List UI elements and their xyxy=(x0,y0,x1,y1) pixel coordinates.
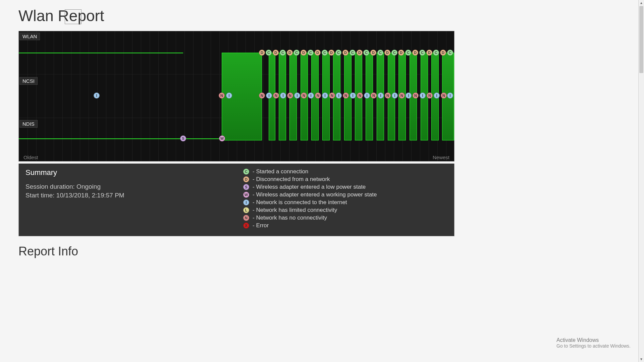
ncsi-event-i[interactable]: I xyxy=(420,93,426,99)
wlan-event-c[interactable]: C xyxy=(308,50,314,56)
ncsi-event-n[interactable]: N xyxy=(385,93,391,99)
ncsi-event-i[interactable]: I xyxy=(406,93,412,99)
summary-start: Start time: 10/13/2018, 2:19:57 PM xyxy=(25,192,230,199)
summary-duration: Session duration: Ongoing xyxy=(25,183,230,190)
ncsi-event-n[interactable]: N xyxy=(219,93,225,99)
ncsi-event-n[interactable]: N xyxy=(273,93,279,99)
legend-item-c: C- Started a connection xyxy=(243,168,447,175)
wlan-event-d[interactable]: D xyxy=(342,50,348,56)
legend-item-d: D- Disconnected from a network xyxy=(243,176,447,183)
legend-dot-s-icon: S xyxy=(243,184,249,190)
vertical-scrollbar[interactable]: ▲ ▼ xyxy=(638,0,644,258)
wlan-event-c[interactable]: C xyxy=(447,50,453,56)
legend-item-n: N- Network has no connectivity xyxy=(243,215,447,221)
timeline-oldest: Oldest xyxy=(23,155,38,160)
legend-item-s: S- Wireless adapter entered a low power … xyxy=(243,184,447,190)
ncsi-event-n[interactable]: N xyxy=(301,93,307,99)
lane-label-wlan: WLAN xyxy=(19,33,40,40)
ncsi-event-n[interactable]: N xyxy=(357,93,363,99)
ncsi-event-i[interactable]: I xyxy=(336,93,342,99)
wlan-event-d[interactable]: D xyxy=(426,50,432,56)
legend-dot-x-icon: X xyxy=(243,223,249,229)
wlan-event-d[interactable]: D xyxy=(301,50,307,56)
wlan-timeline-chart[interactable]: DCDCDCDCDCDCDCDCDCDCDCDCDCDCININININININ… xyxy=(18,31,454,162)
ncsi-event-n[interactable]: N xyxy=(329,93,335,99)
ncsi-event-n[interactable]: N xyxy=(399,93,405,99)
ncsi-event-n[interactable]: N xyxy=(343,93,349,99)
ncsi-event-n[interactable]: N xyxy=(413,93,419,99)
wlan-event-c[interactable]: C xyxy=(391,50,397,56)
ncsi-event-i[interactable]: I xyxy=(350,93,356,99)
ncsi-event-i[interactable]: I xyxy=(294,93,300,99)
ncsi-event-i[interactable]: I xyxy=(94,93,100,99)
wlan-event-c[interactable]: C xyxy=(335,50,341,56)
wlan-event-d[interactable]: D xyxy=(412,50,418,56)
wlan-event-c[interactable]: C xyxy=(419,50,425,56)
wlan-event-d[interactable]: D xyxy=(370,50,376,56)
ncsi-event-i[interactable]: I xyxy=(280,93,286,99)
timeline-newest: Newest xyxy=(433,155,449,160)
lane-label-ndis: NDIS xyxy=(19,120,38,128)
scroll-up-arrow[interactable]: ▲ xyxy=(639,0,644,6)
duration-label: Session duration: xyxy=(25,183,75,190)
legend-text: - Started a connection xyxy=(253,168,308,175)
lane-label-ncsi: NCSI xyxy=(19,77,38,85)
wlan-event-d[interactable]: D xyxy=(398,50,404,56)
start-label: Start time: xyxy=(25,192,55,199)
ncsi-event-i[interactable]: I xyxy=(392,93,398,99)
ncsi-event-i[interactable]: I xyxy=(447,93,453,99)
ncsi-event-i[interactable]: I xyxy=(322,93,328,99)
wlan-event-c[interactable]: C xyxy=(266,50,272,56)
ncsi-event-i[interactable]: I xyxy=(434,93,440,99)
legend-item-l: L- Network has limited connectivity xyxy=(243,207,447,214)
wlan-event-c[interactable]: C xyxy=(433,50,439,56)
legend-text: - Network has no connectivity xyxy=(253,215,327,221)
wlan-event-d[interactable]: D xyxy=(287,50,293,56)
page-title: Wlan Report xyxy=(18,7,626,25)
legend-dot-c-icon: C xyxy=(243,169,249,175)
legend-text: - Error xyxy=(253,222,269,229)
ncsi-event-i[interactable]: I xyxy=(308,93,314,99)
ncsi-event-n[interactable]: N xyxy=(315,93,321,99)
legend-text: - Network is connected to the internet xyxy=(253,199,347,206)
title-overlay-box xyxy=(65,9,82,24)
legend-text: - Wireless adapter entered a low power s… xyxy=(253,184,366,190)
wlan-event-c[interactable]: C xyxy=(322,50,328,56)
summary-panel: Summary Session duration: Ongoing Start … xyxy=(18,164,454,236)
legend: C- Started a connectionD- Disconnected f… xyxy=(243,168,447,230)
legend-text: - Disconnected from a network xyxy=(253,176,330,183)
scroll-thumb[interactable] xyxy=(639,6,643,73)
ncsi-event-i[interactable]: I xyxy=(266,93,272,99)
wlan-event-d[interactable]: D xyxy=(315,50,321,56)
summary-heading: Summary xyxy=(25,168,230,177)
legend-text: - Wireless adapter entered a working pow… xyxy=(253,191,377,198)
wlan-event-d[interactable]: D xyxy=(440,50,446,56)
ncsi-event-n[interactable]: N xyxy=(371,93,377,99)
wlan-event-d[interactable]: D xyxy=(273,50,279,56)
ncsi-event-i[interactable]: I xyxy=(378,93,384,99)
ncsi-event-i[interactable]: I xyxy=(226,93,232,99)
ncsi-event-n[interactable]: N xyxy=(441,93,447,99)
wlan-event-d[interactable]: D xyxy=(384,50,390,56)
wlan-event-d[interactable]: D xyxy=(328,50,334,56)
ncsi-event-n[interactable]: N xyxy=(287,93,293,99)
legend-item-x: X- Error xyxy=(243,222,447,229)
wlan-event-c[interactable]: C xyxy=(350,50,356,56)
ncsi-event-n[interactable]: N xyxy=(259,93,265,99)
wlan-event-c[interactable]: C xyxy=(377,50,383,56)
report-info-heading: Report Info xyxy=(18,244,626,258)
ncsi-event-i[interactable]: I xyxy=(364,93,370,99)
legend-dot-n-icon: N xyxy=(243,215,249,221)
wlan-event-c[interactable]: C xyxy=(293,50,300,56)
legend-dot-d-icon: D xyxy=(243,176,249,182)
wlan-event-d[interactable]: D xyxy=(259,50,265,56)
wlan-event-d[interactable]: D xyxy=(357,50,363,56)
ndis-event-w[interactable]: W xyxy=(219,135,225,141)
page-title-text: Wlan Report xyxy=(18,7,104,24)
wlan-event-c[interactable]: C xyxy=(280,50,286,56)
ndis-event-s[interactable]: S xyxy=(180,135,186,141)
wlan-event-c[interactable]: C xyxy=(363,50,369,56)
wlan-event-c[interactable]: C xyxy=(405,50,411,56)
legend-text: - Network has limited connectivity xyxy=(253,207,337,214)
ncsi-event-n[interactable]: N xyxy=(427,93,433,99)
